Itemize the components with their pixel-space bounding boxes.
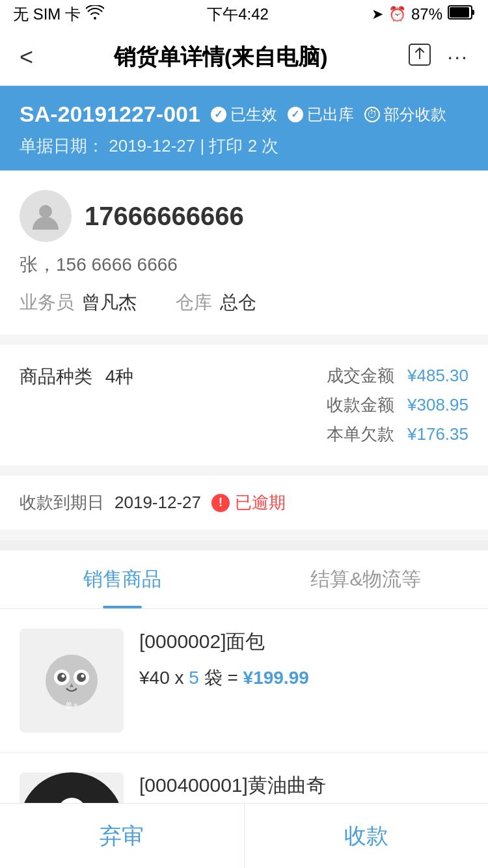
svg-rect-2 (450, 7, 469, 18)
product-price-1: ¥40 x 5 袋 = ¥199.99 (139, 666, 468, 690)
overdue-badge: ! 已逾期 (211, 491, 286, 514)
divider (0, 540, 488, 550)
status-right: ➤ ⏰ 87% (372, 5, 475, 23)
customer-name: 张，156 6666 6666 (20, 252, 468, 277)
share-button[interactable] (408, 43, 431, 71)
svg-rect-1 (472, 10, 474, 15)
customer-section: 17666666666 张，156 6666 6666 业务员 曾凡杰 仓库 总… (0, 170, 488, 334)
collect-payment-button[interactable]: 收款 (245, 804, 489, 868)
status-badge-partial: ⏱ 部分收款 (364, 104, 446, 125)
status-badge-active: ✓ 已生效 (211, 104, 277, 125)
table-row: 兽+ [0000002]面包 ¥40 x 5 袋 = ¥199.99 (0, 609, 488, 753)
alarm-icon: ⏰ (388, 6, 406, 23)
stats-section: 商品种类 4种 成交金额 ¥485.30 收款金额 ¥308.95 本单欠款 ¥… (0, 345, 488, 465)
status-badge-shipped: ✓ 已出库 (288, 104, 354, 125)
check-icon-2: ✓ (288, 107, 303, 122)
deal-amount-row: 成交金额 ¥485.30 (327, 364, 468, 387)
order-id: SA-20191227-001 (20, 102, 200, 127)
abandon-review-button[interactable]: 弃审 (0, 804, 245, 868)
svg-point-10 (62, 675, 65, 678)
warehouse-info: 仓库 总仓 (176, 290, 256, 315)
svg-point-11 (81, 675, 85, 678)
overdue-icon: ! (211, 494, 230, 512)
battery-text: 87% (411, 5, 442, 23)
location-icon: ➤ (372, 6, 383, 23)
svg-point-5 (46, 655, 98, 707)
svg-text:兽+: 兽+ (65, 701, 77, 710)
product-name-2: [000400001]黄油曲奇 (139, 772, 468, 799)
page-title: 销货单详情(来自电脑) (114, 42, 328, 72)
svg-point-9 (77, 673, 86, 682)
status-left: 无 SIM 卡 (13, 4, 104, 25)
back-button[interactable]: < (20, 44, 33, 71)
product-info-1: [0000002]面包 ¥40 x 5 袋 = ¥199.99 (139, 629, 468, 690)
wifi-icon (86, 5, 104, 23)
action-bar: 弃审 收款 (0, 803, 488, 868)
status-bar: 无 SIM 卡 下午4:42 ➤ ⏰ 87% (0, 0, 488, 29)
header-banner: SA-20191227-001 ✓ 已生效 ✓ 已出库 ⏱ 部分收款 单据日期：… (0, 86, 488, 170)
received-amount-row: 收款金额 ¥308.95 (327, 394, 468, 416)
due-section: 收款到期日 2019-12-27 ! 已逾期 (0, 476, 488, 530)
customer-meta: 业务员 曾凡杰 仓库 总仓 (20, 290, 468, 315)
nav-bar: < 销货单详情(来自电脑) ··· (0, 29, 488, 86)
debt-amount-row: 本单欠款 ¥176.35 (327, 423, 468, 446)
tabs: 销售商品 结算&物流等 (0, 550, 488, 609)
header-date: 单据日期： 2019-12-27 | 打印 2 次 (20, 135, 468, 157)
status-time: 下午4:42 (207, 4, 269, 25)
svg-point-4 (39, 205, 52, 218)
nav-right: ··· (408, 43, 468, 71)
svg-point-8 (57, 673, 66, 682)
sales-info: 业务员 曾凡杰 (20, 290, 137, 315)
product-name-1: [0000002]面包 (139, 629, 468, 655)
tab-products[interactable]: 销售商品 (0, 550, 244, 608)
check-icon-1: ✓ (211, 107, 226, 122)
more-button[interactable]: ··· (447, 45, 468, 69)
customer-avatar (20, 190, 72, 242)
battery-icon (448, 5, 475, 23)
product-image-1: 兽+ (20, 629, 124, 733)
nav-left: < (20, 44, 33, 71)
carrier-text: 无 SIM 卡 (13, 4, 81, 25)
clock-icon: ⏱ (364, 107, 380, 122)
customer-id: 17666666666 (85, 202, 244, 231)
tab-settlement[interactable]: 结算&物流等 (244, 550, 488, 608)
